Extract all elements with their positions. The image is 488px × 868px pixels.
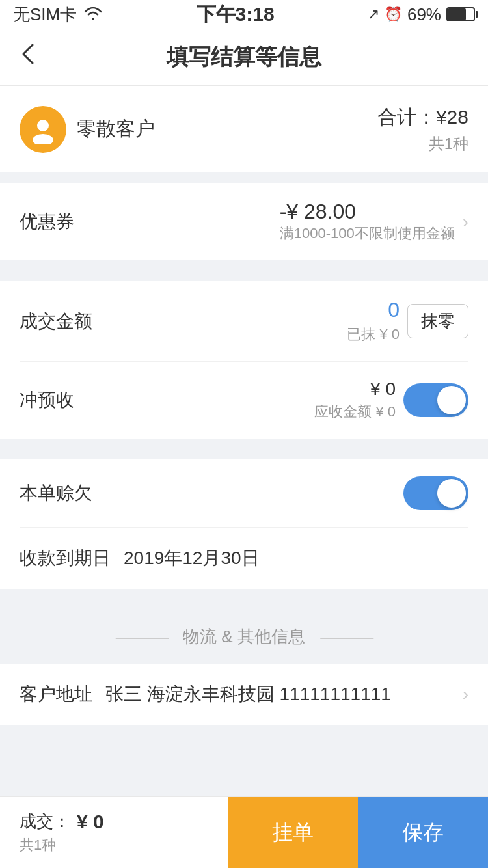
customer-section: 零散客户 合计：¥28 共1种 — [0, 86, 488, 172]
bottom-bar: 成交： ¥ 0 共1种 挂单 保存 — [0, 796, 488, 868]
customer-name: 零散客户 — [77, 116, 155, 142]
due-date-row: 收款到期日 2019年12月30日 — [0, 528, 488, 589]
back-button[interactable] — [18, 40, 36, 74]
total-amount: 合计：¥28 — [377, 104, 468, 131]
debt-section: 本单赊欠 收款到期日 2019年12月30日 — [0, 459, 488, 589]
status-time: 下午3:18 — [197, 1, 275, 28]
customer-total: 合计：¥28 共1种 — [377, 104, 468, 154]
bottom-deal: 成交： ¥ 0 — [20, 810, 208, 833]
svg-point-1 — [33, 134, 53, 144]
location-icon: ↗ — [368, 6, 379, 23]
deal-row: 成交金额 0 已抹 ¥ 0 抹零 — [0, 281, 488, 361]
logistics-header-text: 物流 & 其他信息 — [183, 627, 305, 646]
prepay-row: 冲预收 ¥ 0 应收金额 ¥ 0 — [0, 362, 488, 439]
coupon-section: 优惠券 -¥ 28.00 满1000-100不限制使用金额 › — [0, 183, 488, 260]
svg-point-0 — [37, 120, 49, 131]
deal-right: 0 已抹 ¥ 0 抹零 — [347, 298, 468, 344]
coupon-value-block: -¥ 28.00 满1000-100不限制使用金额 — [280, 200, 455, 243]
prepay-right: ¥ 0 应收金额 ¥ 0 — [314, 379, 468, 422]
address-chevron-icon: › — [463, 684, 468, 705]
save-button[interactable]: 保存 — [358, 797, 488, 869]
prepay-label: 冲预收 — [20, 388, 74, 413]
debt-right — [403, 476, 468, 510]
round-off-button[interactable]: 抹零 — [407, 304, 468, 338]
total-count: 共1种 — [377, 133, 468, 154]
debt-row: 本单赊欠 — [0, 459, 488, 527]
status-left: 无SIM卡 — [13, 3, 103, 26]
address-section: 客户地址 张三 海淀永丰科技园 11111111111 › — [0, 664, 488, 725]
battery-icon — [446, 7, 475, 21]
content: 零散客户 合计：¥28 共1种 优惠券 -¥ 28.00 满1000-100不限… — [0, 86, 488, 813]
debt-toggle[interactable] — [403, 476, 468, 510]
customer-left: 零散客户 — [20, 106, 155, 153]
status-bar: 无SIM卡 下午3:18 ↗ ⏰ 69% — [0, 0, 488, 29]
prepay-value: ¥ 0 — [314, 379, 396, 400]
due-date-label: 收款到期日 — [20, 546, 111, 571]
chevron-right-icon: › — [463, 211, 468, 232]
hold-button[interactable]: 挂单 — [228, 797, 358, 869]
prepay-sub: 应收金额 ¥ 0 — [314, 402, 396, 422]
logistics-header: 物流 & 其他信息 — [0, 610, 488, 664]
bottom-count: 共1种 — [20, 835, 208, 855]
debt-label: 本单赊欠 — [20, 481, 92, 506]
nav-bar: 填写结算等信息 — [0, 29, 488, 86]
bottom-deal-amount: ¥ 0 — [77, 811, 104, 833]
address-label: 客户地址 — [20, 682, 92, 707]
section-divider-3 — [0, 599, 488, 610]
due-date-value: 2019年12月30日 — [124, 546, 260, 571]
coupon-value: -¥ 28.00 — [280, 200, 455, 224]
coupon-label: 优惠券 — [20, 210, 74, 234]
carrier-text: 无SIM卡 — [13, 3, 77, 26]
coupon-sub: 满1000-100不限制使用金额 — [280, 224, 455, 243]
wifi-icon — [83, 5, 103, 25]
bottom-info: 成交： ¥ 0 共1种 — [0, 810, 228, 855]
address-row[interactable]: 客户地址 张三 海淀永丰科技园 11111111111 › — [0, 664, 488, 725]
coupon-row[interactable]: 优惠券 -¥ 28.00 满1000-100不限制使用金额 › — [0, 183, 488, 260]
customer-row: 零散客户 合计：¥28 共1种 — [0, 86, 488, 172]
bottom-deal-label: 成交： — [20, 810, 70, 833]
battery-percent: 69% — [407, 5, 441, 25]
deal-sub: 已抹 ¥ 0 — [347, 325, 400, 344]
customer-avatar — [20, 106, 66, 153]
section-divider-1 — [0, 271, 488, 281]
status-right: ↗ ⏰ 69% — [368, 5, 475, 25]
toggle-knob — [437, 386, 466, 414]
prepay-toggle[interactable] — [403, 383, 468, 417]
page-title: 填写结算等信息 — [167, 42, 321, 72]
deal-amount-input[interactable]: 0 — [388, 298, 400, 321]
deal-label: 成交金额 — [20, 309, 92, 334]
section-divider-2 — [0, 449, 488, 459]
coupon-right: -¥ 28.00 满1000-100不限制使用金额 › — [280, 200, 468, 243]
address-value: 张三 海淀永丰科技园 11111111111 — [105, 682, 455, 707]
alarm-icon: ⏰ — [385, 6, 402, 23]
debt-toggle-knob — [437, 479, 466, 508]
prepay-value-block: ¥ 0 应收金额 ¥ 0 — [314, 379, 396, 422]
deal-value-block: 0 已抹 ¥ 0 — [347, 298, 400, 344]
deal-section: 成交金额 0 已抹 ¥ 0 抹零 冲预收 ¥ 0 应收金额 ¥ 0 — [0, 281, 488, 439]
